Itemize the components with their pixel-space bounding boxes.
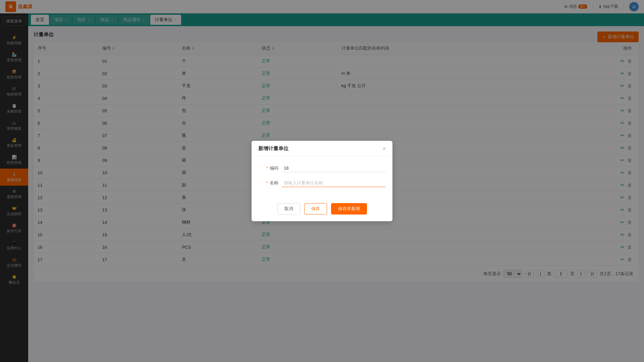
- code-input[interactable]: [282, 164, 386, 172]
- modal-overlay[interactable]: 新增计量单位 × * 编码 * 名称 取消 保存 保存并新增: [0, 0, 644, 362]
- modal-header: 新增计量单位 ×: [252, 141, 392, 156]
- cancel-button[interactable]: 取消: [277, 203, 300, 215]
- code-label: * 编码: [258, 165, 278, 171]
- required-star2: *: [266, 180, 268, 185]
- modal-close-btn[interactable]: ×: [383, 146, 386, 152]
- modal-body: * 编码 * 名称: [252, 156, 392, 199]
- name-input[interactable]: [282, 179, 386, 187]
- name-label: * 名称: [258, 180, 278, 186]
- save-button[interactable]: 保存: [304, 203, 327, 215]
- add-unit-modal: 新增计量单位 × * 编码 * 名称 取消 保存 保存并新增: [252, 141, 392, 221]
- required-star: *: [266, 166, 268, 171]
- form-row-name: * 名称: [258, 179, 386, 187]
- modal-title: 新增计量单位: [258, 145, 288, 152]
- form-row-code: * 编码: [258, 164, 386, 172]
- modal-footer: 取消 保存 保存并新增: [252, 199, 392, 221]
- save-and-new-button[interactable]: 保存并新增: [331, 203, 367, 215]
